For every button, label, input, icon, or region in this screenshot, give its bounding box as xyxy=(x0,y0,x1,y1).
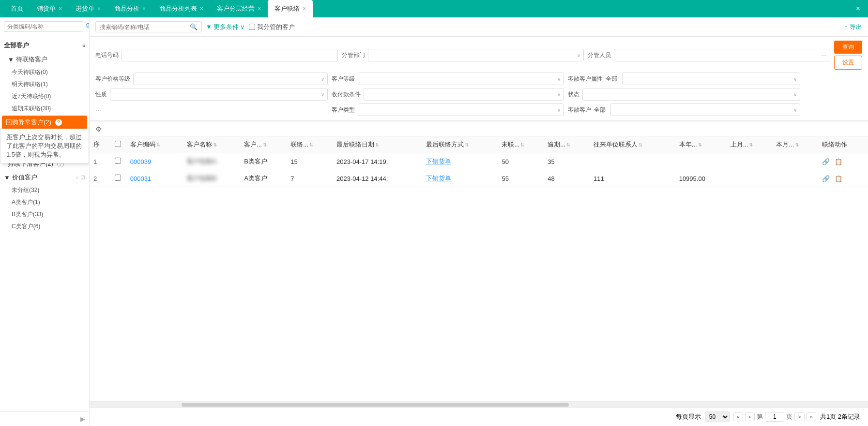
filter-dots-area: ··· xyxy=(95,106,328,114)
sparse-attr-select[interactable]: ∨ xyxy=(622,73,800,85)
sidebar-item-unclassified[interactable]: 未分组(32) xyxy=(0,184,89,196)
table-settings-icon[interactable]: ⚙ xyxy=(95,125,102,133)
dots-icon[interactable]: ··· xyxy=(821,51,827,59)
nav-tab-analysis[interactable]: 商品分析 × xyxy=(107,0,152,17)
nav-tab-home-label: 首页 xyxy=(11,4,23,13)
sidebar-item-tomorrow[interactable]: 明天待联络(1) xyxy=(0,78,89,90)
expand-icon2: ▼ xyxy=(4,174,10,181)
sidebar-item-class-c[interactable]: C类客户(6) xyxy=(0,220,89,233)
row2-name[interactable]: 客户名称B xyxy=(183,170,240,187)
col-no-contact[interactable]: 未联...⇅ xyxy=(498,136,544,153)
nav-tab-home[interactable]: 首页 xyxy=(4,0,30,17)
scrollbar-thumb[interactable] xyxy=(182,403,569,407)
advanced-filters: 电话号码 分管部门 ∨ 分管人员 ··· xyxy=(90,37,868,120)
sidebar-item-today[interactable]: 今天待联络(0) xyxy=(0,66,89,78)
col-last-method[interactable]: 最后联络方式⇅ xyxy=(422,136,498,153)
row2-overdue: 48 xyxy=(544,170,590,187)
per-page-label: 每页显示 xyxy=(676,412,701,421)
status-select[interactable]: ∨ xyxy=(582,88,800,101)
search-input[interactable] xyxy=(100,24,188,30)
sidebar-item-overdue[interactable]: 逾期未联络(30) xyxy=(0,103,89,115)
price-level-select[interactable]: ∨ xyxy=(133,73,328,85)
horizontal-scrollbar[interactable] xyxy=(90,401,868,407)
dept-select[interactable]: ∨ xyxy=(368,49,584,61)
row2-code[interactable]: 000031 xyxy=(126,170,183,187)
nav-tab-customer-mgmt-close[interactable]: × xyxy=(258,5,261,12)
total-records-label: 共1页 2条记录 xyxy=(820,412,860,421)
row2-last-method[interactable]: 下销货单 xyxy=(422,170,498,187)
nav-tab-sales[interactable]: 销货单 × xyxy=(30,0,69,17)
col-overdue[interactable]: 逾期...⇅ xyxy=(544,136,590,153)
sidebar-item-repurchase-abnormal[interactable]: 回购异常客户(2) ? xyxy=(2,116,87,129)
row1-name[interactable]: 客户名称A xyxy=(183,153,240,170)
more-dots-icon[interactable]: ··· xyxy=(95,106,101,114)
payment-select[interactable]: ∨ xyxy=(364,88,564,101)
sidebar-search-area: 🔍 xyxy=(0,17,89,36)
all-customers-header[interactable]: 全部客户 « xyxy=(0,38,89,53)
sidebar-item-class-a[interactable]: A类客户(1) xyxy=(0,196,89,208)
col-actions: 联络动作 xyxy=(818,136,868,153)
more-conditions-button[interactable]: ▼ 更多条件 ∨ xyxy=(206,23,245,31)
row1-code[interactable]: 000039 xyxy=(126,153,183,170)
nav-tab-customer-contact-close[interactable]: × xyxy=(303,5,306,12)
sidebar-search-input[interactable] xyxy=(4,21,83,32)
nav-tab-sales-close[interactable]: × xyxy=(59,5,62,12)
col-contact-count[interactable]: 联络...⇅ xyxy=(287,136,333,153)
row1-note-icon[interactable]: 📋 xyxy=(835,158,842,165)
sidebar-bottom: ▶ xyxy=(0,411,89,426)
my-customers-checkbox[interactable] xyxy=(249,24,255,30)
sidebar-search-icon[interactable]: 🔍 xyxy=(85,23,90,30)
collapse-icon[interactable]: « xyxy=(82,43,85,48)
phone-input[interactable] xyxy=(122,49,338,61)
row1-last-method[interactable]: 下销货单 xyxy=(422,153,498,170)
sparse-customer-select[interactable]: ∨ xyxy=(610,103,800,116)
nav-tab-purchase-close[interactable]: × xyxy=(97,5,101,12)
query-button[interactable]: 查询 xyxy=(834,41,862,54)
col-contact-person[interactable]: 往来单位联系人⇅ xyxy=(590,136,675,153)
customer-type-select[interactable]: ∨ xyxy=(358,103,564,116)
edit-icons[interactable]: ○ ☑ xyxy=(76,175,85,181)
select-all-checkbox[interactable] xyxy=(115,141,121,147)
customer-level-select[interactable]: ∨ xyxy=(358,73,564,85)
col-last-date[interactable]: 最后联络日期⇅ xyxy=(333,136,422,153)
row1-link-icon[interactable]: 🔗 xyxy=(822,158,830,165)
filter-row-3: 性质 ∨ 收付款条件 ∨ 状态 xyxy=(95,88,862,101)
row2-select[interactable] xyxy=(115,175,121,181)
col-name[interactable]: 客户名称⇅ xyxy=(183,136,240,153)
row1-last-month xyxy=(727,153,773,170)
nav-tab-analysis-list[interactable]: 商品分析列表 × xyxy=(152,0,210,17)
row2-note-icon[interactable]: 📋 xyxy=(835,175,842,182)
close-all-button[interactable]: × xyxy=(852,4,864,13)
col-last-month[interactable]: 上月...⇅ xyxy=(727,136,773,153)
nav-tab-analysis-close[interactable]: × xyxy=(142,5,146,12)
sidebar-group-pending[interactable]: ▼ 待联络客户 xyxy=(0,53,89,66)
nav-tab-analysis-list-close[interactable]: × xyxy=(200,5,203,12)
sidebar-item-class-b[interactable]: B类客户(33) xyxy=(0,208,89,220)
per-page-select[interactable]: 50 20 100 xyxy=(705,411,730,422)
nav-tab-purchase-label: 进货单 xyxy=(76,4,94,13)
export-button[interactable]: ↑ 导出 xyxy=(845,23,863,31)
nav-tab-purchase[interactable]: 进货单 × xyxy=(69,0,107,17)
sidebar-value-section[interactable]: ▼ 价值客户 ○ ☑ xyxy=(0,171,89,184)
row1-select[interactable] xyxy=(115,158,121,164)
col-code[interactable]: 客户编码⇅ xyxy=(126,136,183,153)
content-area: 🔍 ▼ 更多条件 ∨ 我分管的客户 ↑ 导出 电话号码 xyxy=(90,17,868,426)
last-page-button[interactable]: » xyxy=(807,412,816,421)
first-page-button[interactable]: « xyxy=(733,412,743,421)
settings-button[interactable]: 设置 xyxy=(834,56,862,70)
col-this-month[interactable]: 本月...⇅ xyxy=(772,136,818,153)
current-page-input[interactable] xyxy=(765,412,784,422)
col-type[interactable]: 客户...⇅ xyxy=(240,136,287,153)
nav-tab-customer-mgmt[interactable]: 客户分层经营 × xyxy=(210,0,268,17)
col-this-year[interactable]: 本年...⇅ xyxy=(675,136,727,153)
prev-page-button[interactable]: < xyxy=(745,412,755,421)
nav-tab-analysis-label: 商品分析 xyxy=(114,4,139,13)
next-page-button[interactable]: > xyxy=(794,412,804,421)
row2-link-icon[interactable]: 🔗 xyxy=(822,175,830,182)
person-select[interactable]: ··· xyxy=(614,49,830,61)
sidebar-expand-icon[interactable]: ▶ xyxy=(80,415,85,423)
chevron-down-icon: ∨ xyxy=(793,107,797,113)
sidebar-item-7days[interactable]: 近7天待联络(0) xyxy=(0,90,89,103)
nav-tab-customer-contact[interactable]: 客户联络 × xyxy=(268,0,313,17)
nature-select[interactable]: ∨ xyxy=(110,88,328,101)
